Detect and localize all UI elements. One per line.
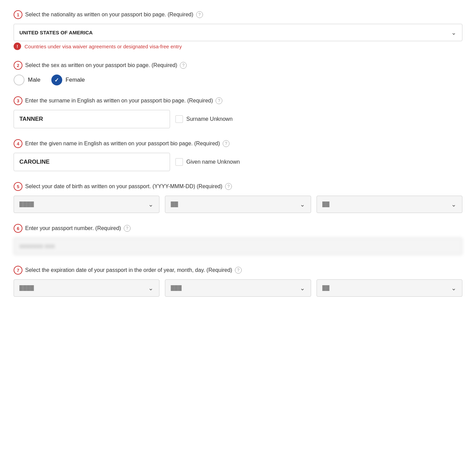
question-2-label: 2 Select the sex as written on your pass… — [14, 61, 462, 70]
dob-year-select[interactable]: ████ — [14, 196, 159, 213]
nationality-select-wrapper: UNITED STATES OF AMERICA ⌄ — [14, 24, 462, 41]
exp-day-wrapper: ██ ⌄ — [317, 279, 462, 297]
question-2-section: 2 Select the sex as written on your pass… — [14, 61, 462, 85]
female-radio-option[interactable]: ✓ Female — [51, 75, 85, 85]
dob-month-select[interactable]: ██ — [165, 196, 311, 213]
surname-unknown-checkbox[interactable] — [175, 115, 183, 123]
exp-year-select[interactable]: ████ — [14, 279, 159, 297]
step-3-circle: 3 — [14, 96, 22, 105]
question-3-label: 3 Enter the surname in English as writte… — [14, 96, 462, 105]
nationality-warning-banner: ! Countries under visa waiver agreements… — [14, 43, 462, 50]
exp-month-select[interactable]: ███ — [165, 279, 311, 297]
question-4-section: 4 Enter the given name in English as wri… — [14, 139, 462, 171]
passport-number-input[interactable] — [14, 238, 462, 255]
exp-month-wrapper: ███ ⌄ — [165, 279, 311, 297]
question-5-help-icon[interactable]: ? — [225, 183, 232, 190]
male-radio-option[interactable]: Male — [14, 75, 40, 85]
step-6-circle: 6 — [14, 224, 22, 233]
female-checkmark-icon: ✓ — [54, 77, 59, 83]
question-3-section: 3 Enter the surname in English as writte… — [14, 96, 462, 128]
question-7-section: 7 Select the expiration date of your pas… — [14, 266, 462, 297]
givenname-input[interactable] — [14, 153, 170, 171]
question-6-section: 6 Enter your passport number. (Required)… — [14, 224, 462, 255]
warning-exclamation-icon: ! — [14, 43, 21, 50]
question-7-help-icon[interactable]: ? — [235, 267, 242, 274]
warning-text: Countries under visa waiver agreements o… — [24, 44, 182, 49]
step-5-circle: 5 — [14, 182, 22, 191]
question-1-section: 1 Select the nationality as written on y… — [14, 10, 462, 50]
female-radio-label: Female — [66, 77, 85, 83]
question-2-text: Select the sex as written on your passpo… — [25, 62, 177, 68]
step-2-circle: 2 — [14, 61, 22, 70]
male-radio-label: Male — [28, 77, 40, 83]
givenname-input-row: Given name Unknown — [14, 153, 462, 171]
step-4-circle: 4 — [14, 139, 22, 148]
question-3-help-icon[interactable]: ? — [216, 97, 222, 104]
question-4-text: Enter the given name in English as writt… — [25, 141, 220, 147]
dob-year-wrapper: ████ ⌄ — [14, 196, 159, 213]
question-6-label: 6 Enter your passport number. (Required)… — [14, 224, 462, 233]
surname-input[interactable] — [14, 110, 170, 128]
dob-date-row: ████ ⌄ ██ ⌄ ██ ⌄ — [14, 196, 462, 213]
question-1-text: Select the nationality as written on you… — [25, 12, 193, 18]
dob-day-wrapper: ██ ⌄ — [317, 196, 462, 213]
question-6-help-icon[interactable]: ? — [124, 225, 131, 232]
exp-date-row: ████ ⌄ ███ ⌄ ██ ⌄ — [14, 279, 462, 297]
question-5-text: Select your date of birth as written on … — [25, 183, 222, 190]
givenname-unknown-label: Given name Unknown — [186, 159, 240, 165]
question-1-label: 1 Select the nationality as written on y… — [14, 10, 462, 19]
male-radio-circle[interactable] — [14, 75, 24, 85]
question-2-help-icon[interactable]: ? — [180, 62, 187, 69]
question-4-label: 4 Enter the given name in English as wri… — [14, 139, 462, 148]
givenname-unknown-checkbox[interactable] — [175, 158, 183, 166]
question-7-text: Select the expiration date of your passp… — [25, 267, 232, 273]
question-1-help-icon[interactable]: ? — [196, 11, 203, 18]
nationality-select[interactable]: UNITED STATES OF AMERICA — [14, 24, 462, 41]
question-5-section: 5 Select your date of birth as written o… — [14, 182, 462, 213]
question-3-text: Enter the surname in English as written … — [25, 98, 213, 104]
female-radio-circle[interactable]: ✓ — [51, 75, 62, 85]
surname-unknown-label: Surname Unknown — [186, 116, 233, 122]
exp-year-wrapper: ████ ⌄ — [14, 279, 159, 297]
question-5-label: 5 Select your date of birth as written o… — [14, 182, 462, 191]
question-7-label: 7 Select the expiration date of your pas… — [14, 266, 462, 275]
givenname-unknown-checkbox-option[interactable]: Given name Unknown — [175, 158, 240, 166]
question-6-text: Enter your passport number. (Required) — [25, 225, 121, 231]
exp-day-select[interactable]: ██ — [317, 279, 462, 297]
step-1-circle: 1 — [14, 10, 22, 19]
dob-day-select[interactable]: ██ — [317, 196, 462, 213]
question-4-help-icon[interactable]: ? — [223, 140, 230, 147]
surname-input-row: Surname Unknown — [14, 110, 462, 128]
sex-radio-group: Male ✓ Female — [14, 75, 462, 85]
step-7-circle: 7 — [14, 266, 22, 275]
dob-month-wrapper: ██ ⌄ — [165, 196, 311, 213]
surname-unknown-checkbox-option[interactable]: Surname Unknown — [175, 115, 233, 123]
